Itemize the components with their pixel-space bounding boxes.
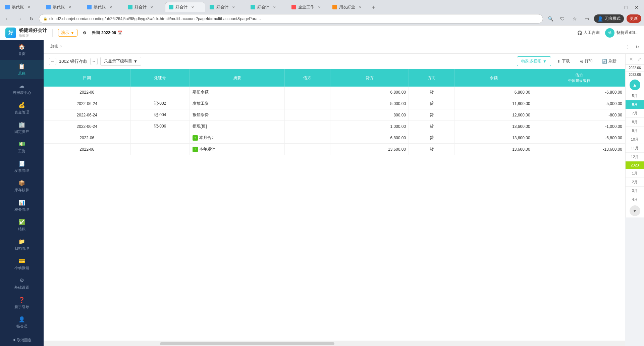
logo-icon: 好 (5, 28, 16, 38)
tab-close-icon[interactable]: ✕ (317, 5, 322, 9)
expand-panel-button[interactable]: ↻ (633, 43, 641, 51)
tab-close-icon[interactable]: ✕ (358, 5, 363, 9)
next-account-button[interactable]: → (90, 58, 98, 65)
timeline-month-4月[interactable]: 4月 (626, 195, 644, 204)
content-tab-总账[interactable]: 总账✕ (46, 40, 83, 54)
settings-button[interactable]: ⚙ (83, 31, 87, 35)
cell-debit (284, 87, 330, 98)
tab-close-icon[interactable]: ✕ (231, 5, 236, 9)
timeline-month-6月[interactable]: 6月 (626, 100, 644, 109)
timeline-month-2月[interactable]: 2月 (626, 178, 644, 187)
timeline-month-2023[interactable]: 2023 (626, 161, 644, 169)
sidebar-item-小畅报销[interactable]: 💳 小畅报销 (0, 254, 44, 274)
scrollbar-thumb[interactable] (160, 342, 334, 345)
print-button[interactable]: 🖨 打印 (576, 57, 596, 66)
close-button[interactable]: ✕ (632, 3, 641, 12)
wuhen-mode-button[interactable]: 👤 无痕模式 (594, 14, 624, 23)
sidebar-label: 固定资产 (14, 129, 29, 134)
browser-tab-2[interactable]: 易代账 ✕ (83, 2, 123, 12)
tab-close-icon[interactable]: ✕ (190, 5, 195, 9)
forward-button[interactable]: → (15, 14, 24, 23)
browser-tab-5[interactable]: 好会计 ✕ (206, 2, 246, 12)
content: 首页查看凭证✕智能凭证中心✕凭证汇总表✕总账✕明细账✕余额表✕序时账✕多栏账✕ … (44, 40, 644, 346)
timeline-month-1月[interactable]: 1月 (626, 169, 644, 178)
timeline-month-3月[interactable]: 3月 (626, 187, 644, 195)
demo-badge[interactable]: 演示 ▼ (58, 29, 77, 37)
tab-close-icon[interactable]: ✕ (272, 5, 277, 9)
tab-close-4[interactable]: ✕ (60, 45, 62, 48)
voucher-link[interactable]: 记-006 (154, 124, 166, 129)
resize-right-panel-button[interactable]: ⤢ (636, 55, 643, 63)
download-button[interactable]: ⬇ 下载 (554, 57, 573, 66)
ai-consult-button[interactable]: 🎧 人工咨询 (577, 30, 600, 36)
update-button[interactable]: 更新 (627, 14, 641, 23)
back-button[interactable]: ← (3, 14, 12, 23)
tab-label: 易代账 (12, 4, 24, 10)
period-selector[interactable]: 账期 2022-06 📅 (92, 30, 122, 36)
timeline-month-7月[interactable]: 7月 (626, 109, 644, 118)
timeline-month-10月[interactable]: 10月 (626, 135, 644, 144)
browser-tab-3[interactable]: 好会计 ✕ (124, 2, 164, 12)
sidebar-item-云报表中心[interactable]: ☁ 云报表中心 (0, 79, 44, 99)
sidebar-item-基础设置[interactable]: ⚙ 基础设置 (0, 274, 44, 293)
star-icon[interactable]: ☆ (570, 14, 579, 23)
col-credit: 贷方 (330, 69, 409, 87)
browser-tab-6[interactable]: 好会计 ✕ (247, 2, 287, 12)
prev-account-button[interactable]: ← (49, 58, 56, 65)
account-selector[interactable]: 1002 银行存款 (59, 58, 88, 64)
sidebar-item-税务管理[interactable]: 📊 税务管理 (0, 196, 44, 215)
search-icon[interactable]: 🔍 (546, 14, 555, 23)
sidebar-toggle[interactable]: ▭ (582, 14, 591, 23)
collapse-panel-button[interactable]: ⋮ (624, 43, 632, 51)
cell-cbc-debit: -6,800.00 (533, 132, 625, 144)
minimize-button[interactable]: – (610, 3, 620, 12)
new-tab-button[interactable]: + (369, 3, 378, 12)
maximize-button[interactable]: □ (621, 3, 631, 12)
timeline-month-9月[interactable]: 9月 (626, 127, 644, 135)
timeline-scroll-up-button[interactable]: ▲ (630, 80, 640, 90)
sidebar-item-结账[interactable]: ✅ 结账 (0, 215, 44, 235)
timeline-month-5月[interactable]: 5月 (626, 92, 644, 100)
sidebar-item-资金管理[interactable]: 💰 资金管理 (0, 99, 44, 118)
sidebar-item-发票管理[interactable]: 🧾 发票管理 (0, 157, 44, 177)
shield-icon[interactable]: 🛡 (558, 14, 567, 23)
sidebar-item-首页[interactable]: 🏠 首页 (0, 40, 44, 60)
subject-filter[interactable]: 只显示下级科目 ▼ (100, 57, 141, 66)
unfix-button[interactable]: ◀ 取消固定 (0, 334, 44, 346)
voucher-link[interactable]: 记-004 (154, 112, 166, 117)
voucher-link[interactable]: 记-002 (154, 101, 166, 106)
special-multicolumn-button[interactable]: 特殊多栏账 ▼ (517, 56, 551, 66)
tab-close-icon[interactable]: ✕ (108, 5, 113, 9)
tab-close-icon[interactable]: ✕ (26, 5, 31, 9)
timeline-month-11月[interactable]: 11月 (626, 144, 644, 153)
sidebar-item-新手引导[interactable]: ❓ 新手引导 (0, 293, 44, 313)
sidebar-item-工资[interactable]: 💵 工资 (0, 138, 44, 157)
browser-tab-1[interactable]: 易代账 ✕ (42, 2, 83, 12)
browser-tab-0[interactable]: 易代账 ✕ (1, 2, 42, 12)
tab-close-icon[interactable]: ✕ (149, 5, 154, 9)
browser-tab-4[interactable]: 好会计 ✕ (165, 2, 205, 12)
timeline-month-8月[interactable]: 8月 (626, 118, 644, 127)
tab-close-icon[interactable]: ✕ (67, 5, 72, 9)
timeline-month-12月[interactable]: 12月 (626, 153, 644, 161)
url-bar[interactable]: 🔒 cloud2.chanjet.com/accounting/uh26t264… (39, 14, 543, 23)
sidebar-item-库存核算[interactable]: 📦 库存核算 (0, 177, 44, 196)
timeline-scroll-down-button[interactable]: ▼ (630, 205, 640, 216)
browser-tab-8[interactable]: 用友好业 ✕ (329, 2, 369, 12)
reload-button[interactable]: ↻ (27, 14, 36, 23)
horizontal-scrollbar[interactable] (44, 341, 625, 346)
tab-label: 总账 (50, 44, 58, 49)
refresh-button[interactable]: 🔄 刷新 (599, 57, 620, 66)
sidebar-item-畅会员[interactable]: 👤 畅会员 (0, 313, 44, 332)
sidebar-item-总账[interactable]: 📋 总账 (0, 60, 44, 79)
cell-balance: 12,600.00 (454, 109, 533, 121)
sidebar-item-归档管理[interactable]: 📁 归档管理 (0, 235, 44, 254)
close-right-panel-button[interactable]: ✕ (628, 55, 635, 63)
sidebar-icon-12: ⚙ (19, 277, 24, 284)
sidebar-item-固定资产[interactable]: 🏢 固定资产 (0, 118, 44, 138)
tab-label: 好会计 (216, 4, 228, 10)
col-summary: 摘要 (190, 69, 284, 87)
tab-favicon (5, 5, 10, 9)
avatar[interactable]: 畅 (605, 28, 614, 38)
browser-tab-7[interactable]: 企业工作 ✕ (288, 2, 328, 12)
